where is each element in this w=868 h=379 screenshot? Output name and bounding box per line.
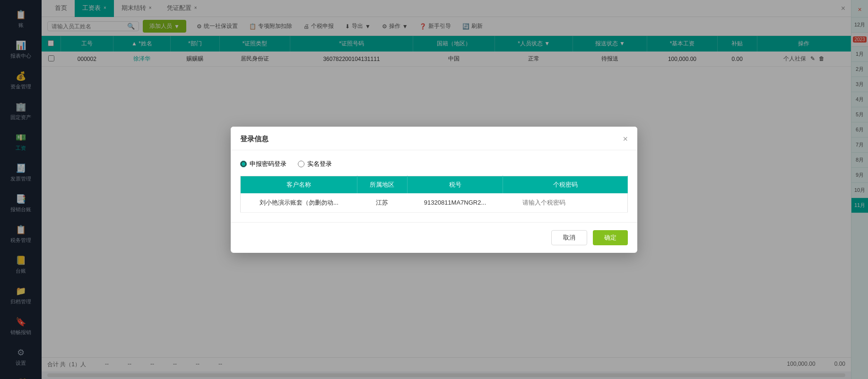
modal-col-client: 客户名称 [241, 176, 357, 193]
radio-password-input[interactable] [240, 161, 247, 167]
modal-password-cell [503, 193, 628, 213]
modal-col-password: 个税密码 [503, 176, 628, 193]
tax-password-input[interactable] [522, 199, 608, 206]
login-info-table: 客户名称 所属地区 税号 个税密码 刘小艳演示账套（勿删勿动... 江苏 913… [240, 176, 628, 213]
modal-body: 申报密码登录 实名登录 客户名称 所属地区 税号 个税密码 [231, 150, 637, 222]
login-type-radio-group: 申报密码登录 实名登录 [240, 160, 628, 168]
modal-col-region: 所属地区 [357, 176, 407, 193]
modal-table-row: 刘小艳演示账套（勿删勿动... 江苏 91320811MA7NGR2... [241, 193, 628, 213]
radio-realname-login[interactable]: 实名登录 [298, 160, 332, 168]
modal-col-tax-no: 税号 [407, 176, 503, 193]
modal-title: 登录信息 [240, 135, 269, 144]
radio-realname-input[interactable] [298, 161, 304, 167]
modal-close-btn[interactable]: × [623, 134, 628, 144]
modal-region: 江苏 [357, 193, 407, 213]
modal-footer: 取消 确定 [231, 222, 637, 253]
modal-tax-no: 91320811MA7NGR2... [407, 193, 503, 213]
login-info-modal: 登录信息 × 申报密码登录 实名登录 [231, 127, 637, 253]
radio-password-login[interactable]: 申报密码登录 [240, 160, 286, 168]
cancel-button[interactable]: 取消 [551, 230, 587, 245]
modal-overlay: 登录信息 × 申报密码登录 实名登录 [0, 0, 868, 379]
modal-client-name: 刘小艳演示账套（勿删勿动... [241, 193, 357, 213]
confirm-button[interactable]: 确定 [593, 230, 628, 245]
modal-header: 登录信息 × [231, 127, 637, 150]
